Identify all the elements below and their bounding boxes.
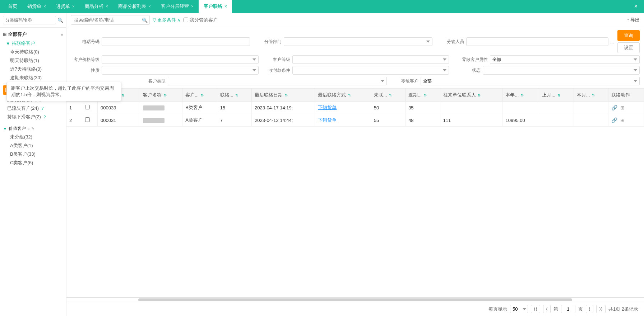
sort-type-icon[interactable]: ⇅ [201, 93, 204, 97]
filter-field-person: 分管人员 … [435, 37, 615, 46]
value-customer-expand[interactable]: ▼ [3, 126, 7, 131]
filter-search-icon[interactable]: 🔍 [142, 17, 148, 23]
row1-link-icon[interactable]: 🔗 [611, 105, 617, 110]
sort-overdue-icon[interactable]: ⇅ [424, 93, 427, 97]
page-total-info: 共1页 2条记录 [608, 306, 638, 312]
col-contact-count[interactable]: 联络... ⇅ [217, 89, 251, 102]
sort-last-month-icon[interactable]: ⇅ [557, 93, 560, 97]
nav-item-purchase[interactable]: 进货单 × [51, 0, 80, 13]
sidebar-collapse-btn[interactable]: « [61, 32, 63, 37]
nav-item-home[interactable]: 首页 [3, 0, 22, 13]
price-level-select[interactable] [102, 55, 259, 64]
sort-last-date-icon[interactable]: ⇅ [285, 93, 288, 97]
col-name[interactable]: 客户名称 ⇅ [140, 89, 182, 102]
payment-select[interactable] [292, 66, 449, 75]
close-customer-segment-icon[interactable]: × [191, 4, 194, 9]
all-customers-group[interactable]: ⊞ 全部客户 « [3, 30, 63, 39]
sidebar-item-tomorrow[interactable]: 明天待联络(1) [6, 56, 63, 65]
row1-year-amount [502, 102, 539, 114]
table-row: 1 000039 B类客户 15 2023-04-17 14:19: [66, 102, 644, 114]
sort-year-icon[interactable]: ⇅ [521, 93, 524, 97]
close-sales-icon[interactable]: × [43, 4, 46, 9]
phone-input[interactable] [102, 37, 250, 46]
table-row: 2 000031 A类客户 7 2023-04-12 14:44: 下 [66, 114, 644, 127]
row2-last-method[interactable]: 下销货单 [315, 114, 371, 127]
nav-item-sales[interactable]: 销货单 × [22, 0, 51, 13]
col-uncontacted[interactable]: 未联... ⇅ [371, 89, 405, 102]
export-button[interactable]: ↑ 导出 [627, 17, 640, 23]
sort-this-month-icon[interactable]: ⇅ [592, 93, 595, 97]
sidebar-item-declining[interactable]: 持续下滑客户(2) ? [3, 113, 63, 121]
col-last-date[interactable]: 最后联络日期 ⇅ [252, 89, 315, 102]
row1-select-checkbox[interactable] [85, 105, 90, 109]
more-conditions-button[interactable]: ▽ 更多条件 ∧ [153, 17, 181, 23]
row2-select-checkbox[interactable] [85, 117, 90, 122]
page-size-select[interactable]: 50 20 100 [510, 305, 528, 313]
sidebar-item-class-a[interactable]: A类客户(1) [3, 141, 63, 150]
customer-type-select[interactable] [168, 77, 387, 85]
status-select[interactable] [483, 66, 640, 75]
sidebar-search-icon[interactable]: 🔍 [57, 18, 63, 23]
col-contacts[interactable]: 往来单位联系人 ⇅ [440, 89, 502, 102]
row1-grid-icon[interactable]: ⊞ [620, 105, 625, 110]
sidebar-item-class-b[interactable]: B类客户(33) [3, 150, 63, 159]
col-overdue[interactable]: 逾期... ⇅ [406, 89, 440, 102]
sidebar-search-input[interactable] [3, 16, 56, 24]
price-level-wrap [102, 55, 259, 64]
row2-link-icon[interactable]: 🔗 [611, 117, 617, 123]
close-customer-contact-icon[interactable]: × [224, 4, 227, 9]
nav-item-customer-segment[interactable]: 客户分层经营 × [156, 0, 199, 13]
my-customer-checkbox[interactable] [184, 18, 188, 22]
sidebar-item-unclassified[interactable]: 未分组(32) [3, 133, 63, 141]
nav-close-all-button[interactable]: × [631, 3, 641, 10]
person-more-icon[interactable]: … [610, 39, 615, 44]
scroll-thumb[interactable] [138, 298, 572, 301]
sort-last-method-icon[interactable]: ⇅ [348, 93, 351, 97]
sidebar-item-lost[interactable]: 已流失客户(24) ? [3, 104, 63, 113]
my-customer-checkbox-label[interactable]: 我分管的客户 [184, 17, 218, 23]
value-customer-edit-icon[interactable]: ✎ [31, 126, 34, 131]
sort-contact-count-icon[interactable]: ⇅ [235, 93, 238, 97]
sort-uncontacted-icon[interactable]: ⇅ [389, 93, 392, 97]
next-page-button[interactable]: ⟩ [586, 305, 593, 313]
sidebar-item-overdue[interactable]: 逾期未联络(30) [6, 74, 63, 82]
col-type[interactable]: 客户... ⇅ [182, 89, 217, 102]
close-product-analysis-icon[interactable]: × [106, 4, 108, 9]
col-year-amount[interactable]: 本年... ⇅ [502, 89, 539, 102]
close-product-list-icon[interactable]: × [148, 4, 151, 9]
nav-item-customer-contact[interactable]: 客户联络 × [199, 0, 232, 13]
col-this-month[interactable]: 本月... ⇅ [574, 89, 608, 102]
settings-button[interactable]: 设置 [617, 42, 640, 53]
value-customer-group: ▼ 价值客户 ○ ✎ [3, 124, 63, 133]
page-number-input[interactable] [561, 305, 575, 313]
last-page-button[interactable]: ⟩⟩ [596, 305, 606, 313]
retail-customer-select[interactable]: 全部 [421, 77, 640, 85]
close-purchase-icon[interactable]: × [72, 4, 75, 9]
sort-code-icon[interactable]: ⇅ [121, 93, 124, 97]
value-customer-circle-icon[interactable]: ○ [27, 127, 30, 131]
col-last-method[interactable]: 最后联络方式 ⇅ [315, 89, 371, 102]
filter-search-input[interactable] [71, 15, 150, 25]
prev-page-button[interactable]: ⟨ [543, 305, 551, 313]
row2-code: 000031 [97, 114, 140, 127]
first-page-button[interactable]: ⟨⟨ [531, 305, 540, 313]
pending-contact-title[interactable]: ▼ 待联络客户 [6, 39, 63, 48]
gender-select[interactable] [102, 66, 259, 75]
sort-name-icon[interactable]: ⇅ [164, 93, 167, 97]
query-button[interactable]: 查询 [617, 30, 640, 41]
retail-attr-select[interactable]: 全部 [490, 55, 640, 64]
col-last-month[interactable]: 上月... ⇅ [539, 89, 574, 102]
horizontal-scroll-bar[interactable] [66, 297, 644, 302]
tooltip-box: 距客户上次交易时长，超过了此客户的平均交易周期的1.5倍，则视为异常。 [6, 82, 121, 101]
sort-contacts-icon[interactable]: ⇅ [478, 93, 481, 97]
dept-select[interactable] [284, 37, 432, 46]
sidebar-item-today[interactable]: 今天待联络(0) [6, 48, 63, 56]
sidebar-item-7days[interactable]: 近7天待联络(0) [6, 65, 63, 74]
person-input[interactable] [466, 37, 608, 46]
nav-item-product-analysis[interactable]: 商品分析 × [80, 0, 113, 13]
sidebar-item-class-c[interactable]: C类客户(6) [3, 159, 63, 167]
row1-last-method[interactable]: 下销货单 [315, 102, 371, 114]
customer-level-select[interactable] [292, 55, 449, 64]
row2-grid-icon[interactable]: ⊞ [620, 117, 625, 123]
nav-item-product-list[interactable]: 商品分析列表 × [113, 0, 156, 13]
